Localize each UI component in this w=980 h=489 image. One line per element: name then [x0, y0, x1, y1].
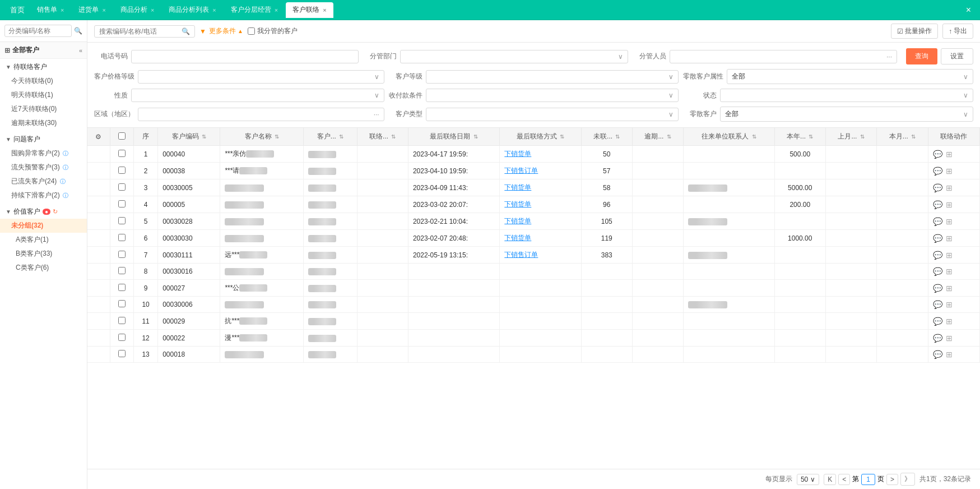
row-checkbox[interactable] [118, 284, 126, 291]
problem-group-header[interactable]: ▼ 问题客户 [0, 132, 87, 146]
more-action-icon[interactable]: ⊞ [946, 350, 953, 359]
main-search-box[interactable]: 🔍 [94, 25, 195, 38]
retail-attr-select[interactable]: 全部∨ [727, 69, 973, 84]
contact-action-icon[interactable]: 💬 [933, 217, 942, 226]
last-method-link[interactable]: 下销货单 [504, 183, 531, 191]
row-checkbox[interactable] [118, 200, 126, 207]
row-checkbox[interactable] [118, 350, 126, 357]
last-method-link[interactable]: 下销货单 [504, 200, 531, 208]
dept-select[interactable]: ∨ [400, 50, 628, 63]
more-action-icon[interactable]: ⊞ [946, 334, 953, 343]
more-action-icon[interactable]: ⊞ [946, 200, 953, 209]
refresh-icon[interactable]: ↻ [53, 208, 58, 215]
checkbox-cell[interactable] [110, 347, 134, 363]
nav-tab-customer-tier[interactable]: 客户分层经营 × [224, 2, 285, 18]
sidebar-item-declining[interactable]: 持续下滑客户(2) ⓘ [0, 188, 87, 202]
type-column-header[interactable]: 客户... ⇅ [304, 128, 357, 146]
nav-tab-sales[interactable]: 销售单 × [30, 2, 71, 18]
checkbox-cell[interactable] [110, 297, 134, 313]
contact-column-header[interactable]: 联络... ⇅ [357, 128, 408, 146]
table-settings-icon[interactable]: ⚙ [95, 133, 101, 141]
checkbox-column-header[interactable] [110, 128, 134, 146]
contact-action-icon[interactable]: 💬 [933, 317, 942, 326]
row-checkbox[interactable] [118, 317, 126, 324]
query-button[interactable]: 查询 [906, 48, 937, 64]
checkbox-cell[interactable] [110, 330, 134, 347]
close-customer-tier-tab[interactable]: × [275, 7, 278, 13]
my-customers-checkbox[interactable]: 我分管的客户 [248, 26, 298, 36]
checkbox-cell[interactable] [110, 230, 134, 247]
export-button[interactable]: ↑ 导出 [942, 24, 973, 39]
checkbox-cell[interactable] [110, 146, 134, 163]
row-checkbox[interactable] [118, 217, 126, 224]
retail-customer-select[interactable]: 全部∨ [720, 107, 973, 122]
contact-action-icon[interactable]: 💬 [933, 234, 942, 243]
more-action-icon[interactable]: ⊞ [946, 317, 953, 326]
row-checkbox[interactable] [118, 183, 126, 191]
manager-select[interactable]: ··· [670, 50, 897, 63]
row-checkbox[interactable] [118, 234, 126, 241]
sidebar-item-abnormal[interactable]: 囤购异常客户(2) ⓘ [0, 146, 87, 160]
name-column-header[interactable]: 客户名称 ⇅ [220, 128, 304, 146]
more-conditions-btn[interactable]: ▼ 更多条件 ▲ [199, 26, 243, 36]
close-goods-list-tab[interactable]: × [212, 7, 216, 13]
this-year-column-header[interactable]: 本年... ⇅ [774, 128, 825, 146]
contact-action-icon[interactable]: 💬 [933, 150, 942, 159]
status-select[interactable]: ∨ [720, 89, 973, 102]
last-page-button[interactable]: 》 [900, 473, 915, 486]
my-customers-check[interactable] [248, 27, 255, 35]
last-date-column-header[interactable]: 最后联络日期 ⇅ [408, 128, 499, 146]
customer-level-select[interactable]: ∨ [426, 70, 679, 84]
contact-action-icon[interactable]: 💬 [933, 334, 942, 343]
main-search-input[interactable] [99, 27, 179, 35]
sidebar-item-tomorrow-pending[interactable]: 明天待联络(1) [0, 88, 87, 102]
contact-action-icon[interactable]: 💬 [933, 200, 942, 209]
close-customer-contact-tab[interactable]: × [323, 7, 326, 13]
nav-tab-customer-contact[interactable]: 客户联络 × [286, 2, 333, 18]
main-search-icon[interactable]: 🔍 [182, 27, 190, 35]
close-goods-analysis-tab[interactable]: × [151, 7, 154, 13]
sidebar-item-churned[interactable]: 已流失客户(24) ⓘ [0, 174, 87, 188]
customer-type-select[interactable]: ∨ [426, 108, 679, 121]
last-method-column-header[interactable]: 最后联络方式 ⇅ [500, 128, 581, 146]
sidebar-collapse-btn[interactable]: « [79, 47, 82, 54]
sidebar-item-churn-warning[interactable]: 流失预警客户(3) ⓘ [0, 160, 87, 174]
more-action-icon[interactable]: ⊞ [946, 150, 953, 159]
select-all-checkbox[interactable] [118, 132, 126, 140]
contact-person-column-header[interactable]: 往来单位联系人 ⇅ [684, 128, 774, 146]
price-level-select[interactable]: ∨ [138, 70, 384, 84]
contact-action-icon[interactable]: 💬 [933, 350, 942, 359]
last-month-column-header[interactable]: 上月... ⇅ [825, 128, 876, 146]
value-group-header[interactable]: ▼ 价值客户 ● ↻ [0, 205, 87, 219]
more-action-icon[interactable]: ⊞ [946, 251, 953, 260]
this-month-column-header[interactable]: 本月... ⇅ [877, 128, 928, 146]
more-action-icon[interactable]: ⊞ [946, 183, 953, 192]
more-action-icon[interactable]: ⊞ [946, 284, 953, 293]
checkbox-cell[interactable] [110, 179, 134, 196]
category-search-input[interactable] [4, 25, 72, 37]
row-checkbox[interactable] [118, 267, 126, 274]
all-customers-header[interactable]: ⊞ 全部客户 « [0, 42, 87, 59]
nav-home[interactable]: 首页 [4, 5, 30, 15]
checkbox-cell[interactable] [110, 247, 134, 264]
checkbox-cell[interactable] [110, 163, 134, 179]
nav-tab-purchase[interactable]: 进货单 × [72, 2, 112, 18]
row-checkbox[interactable] [118, 167, 126, 174]
contact-action-icon[interactable]: 💬 [933, 183, 942, 192]
code-column-header[interactable]: 客户编码 ⇅ [158, 128, 220, 146]
sidebar-search-icon[interactable]: 🔍 [74, 27, 82, 35]
close-purchase-tab[interactable]: × [102, 7, 105, 13]
close-window-button[interactable]: × [962, 5, 976, 15]
checkbox-cell[interactable] [110, 213, 134, 230]
more-action-icon[interactable]: ⊞ [946, 300, 953, 309]
last-method-link[interactable]: 下销货单 [504, 217, 531, 225]
row-checkbox[interactable] [118, 300, 126, 307]
contact-action-icon[interactable]: 💬 [933, 167, 942, 176]
sidebar-item-7days-pending[interactable]: 近7天待联络(0) [0, 102, 87, 116]
next-page-button[interactable]: > [886, 474, 898, 485]
more-action-icon[interactable]: ⊞ [946, 267, 953, 276]
sidebar-item-overdue-pending[interactable]: 逾期未联络(30) [0, 116, 87, 130]
checkbox-cell[interactable] [110, 280, 134, 297]
close-sales-tab[interactable]: × [61, 7, 64, 13]
more-action-icon[interactable]: ⊞ [946, 234, 953, 243]
